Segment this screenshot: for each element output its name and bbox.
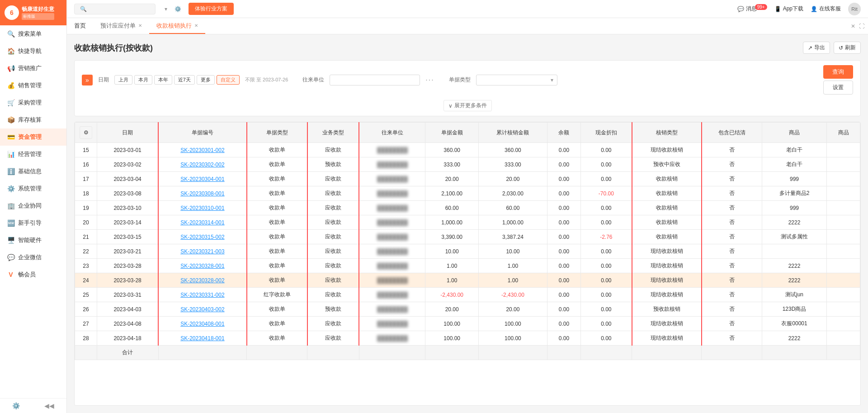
order-link[interactable]: SK-20230315-002 bbox=[180, 234, 224, 240]
close-window-icon[interactable]: ✕ bbox=[851, 23, 855, 29]
sidebar-item-hardware[interactable]: 🖥️ 智能硬件 bbox=[0, 232, 66, 249]
sidebar-item-search[interactable]: 🔍 搜索菜单 bbox=[0, 25, 66, 43]
messages-button[interactable]: 💬 消息 99+ bbox=[737, 5, 767, 13]
col-biz-type-header: 业务类型 bbox=[307, 123, 359, 143]
order-link[interactable]: SK-20230328-001 bbox=[180, 263, 224, 269]
topbar-search[interactable]: 🔍 bbox=[74, 4, 156, 14]
refresh-icon: ↺ bbox=[839, 45, 843, 51]
date-btn-more[interactable]: 更多 bbox=[197, 75, 215, 85]
sidebar-item-guide[interactable]: 🆕 新手引导 bbox=[0, 214, 66, 232]
sidebar-item-operations[interactable]: 📊 经营管理 bbox=[0, 146, 66, 163]
table-row: 222023-03-21SK-20230321-003收款单应收款███████… bbox=[75, 244, 860, 259]
col-settings-header[interactable]: ⚙ bbox=[75, 123, 97, 143]
cell-order-no[interactable]: SK-20230314-001 bbox=[158, 215, 246, 230]
sidebar-item-vip[interactable]: V 畅会员 bbox=[0, 266, 66, 283]
settings-bottom-icon[interactable]: ⚙️ bbox=[12, 402, 20, 409]
message-icon: 💬 bbox=[737, 6, 744, 12]
cell-order-no[interactable]: SK-20230302-002 bbox=[158, 157, 246, 172]
sidebar-item-system[interactable]: ⚙️ 系统管理 bbox=[0, 180, 66, 197]
cell-order-no[interactable]: SK-20230301-002 bbox=[158, 143, 246, 157]
tab-prepayments-close[interactable]: ✕ bbox=[138, 23, 142, 28]
cell-discount: 0.00 bbox=[580, 259, 632, 273]
cell-order-no[interactable]: SK-20230321-003 bbox=[158, 244, 246, 259]
sidebar-item-inventory[interactable]: 📦 库存核算 bbox=[0, 111, 66, 128]
tab-home[interactable]: 首页 bbox=[67, 18, 93, 34]
order-link[interactable]: SK-20230301-002 bbox=[180, 147, 224, 153]
gear-settings-icon[interactable]: ⚙️ bbox=[175, 6, 181, 12]
order-link[interactable]: SK-20230314-001 bbox=[180, 219, 224, 226]
sidebar-item-marketing[interactable]: 📢 营销推广 bbox=[0, 60, 66, 77]
tab-receipts-close[interactable]: ✕ bbox=[194, 23, 198, 28]
cell-order-no[interactable]: SK-20230315-002 bbox=[158, 230, 246, 244]
cell-order-no[interactable]: SK-20230403-002 bbox=[158, 302, 246, 317]
sidebar-item-finance[interactable]: 💳 资金管理 bbox=[0, 128, 66, 146]
cell-order-no[interactable]: SK-20230331-002 bbox=[158, 288, 246, 302]
col-settings-icon[interactable]: ⚙ bbox=[80, 126, 92, 139]
filter-expand-left-icon[interactable]: » bbox=[82, 75, 93, 85]
maximize-icon[interactable]: ⛶ bbox=[859, 23, 864, 29]
cell-balance: 0.00 bbox=[547, 317, 581, 331]
cell-product: 衣服00001 bbox=[762, 317, 827, 331]
cell-product-img bbox=[827, 244, 860, 259]
order-link[interactable]: SK-20230331-002 bbox=[180, 292, 224, 298]
expand-more-button[interactable]: ∨ 展开更多条件 bbox=[443, 100, 492, 111]
sidebar-item-wechat[interactable]: 💬 企业微信 bbox=[0, 249, 66, 266]
topbar-dropdown[interactable]: ▾ bbox=[163, 6, 167, 12]
table-footer-row: 合计 bbox=[75, 346, 860, 360]
cell-balance: 0.00 bbox=[547, 230, 581, 244]
footer-cell-9 bbox=[580, 346, 632, 360]
footer-cell-12 bbox=[762, 346, 827, 360]
order-link[interactable]: SK-20230328-002 bbox=[180, 277, 224, 284]
sidebar-item-purchase[interactable]: 🛒 采购管理 bbox=[0, 94, 66, 111]
order-link[interactable]: SK-20230408-001 bbox=[180, 321, 224, 327]
order-link[interactable]: SK-20230310-001 bbox=[180, 205, 224, 211]
collapse-icon[interactable]: ◀◀ bbox=[44, 402, 54, 409]
export-button[interactable]: ↗ 导出 bbox=[803, 42, 830, 54]
cell-order-no[interactable]: SK-20230310-001 bbox=[158, 201, 246, 215]
sidebar-item-quicknav[interactable]: 🏠 快捷导航 bbox=[0, 43, 66, 60]
cell-product-img bbox=[827, 259, 860, 273]
cell-product-img bbox=[827, 302, 860, 317]
order-link[interactable]: SK-20230418-001 bbox=[180, 335, 224, 342]
sidebar-item-enterprise[interactable]: 🏢 企业协同 bbox=[0, 197, 66, 214]
cell-order-no[interactable]: SK-20230408-001 bbox=[158, 317, 246, 331]
tab-receipts[interactable]: 收款核销执行 ✕ bbox=[149, 18, 205, 34]
cell-date: 2023-03-01 bbox=[97, 143, 159, 157]
cell-order-no[interactable]: SK-20230304-001 bbox=[158, 172, 246, 186]
sidebar-item-basic[interactable]: ℹ️ 基础信息 bbox=[0, 163, 66, 180]
cell-balance: 0.00 bbox=[547, 201, 581, 215]
query-button[interactable]: 查询 bbox=[823, 65, 853, 79]
date-btn-this-year[interactable]: 本年 bbox=[154, 75, 172, 85]
online-service-button[interactable]: 👤 在线客服 bbox=[811, 5, 841, 13]
cell-order-no[interactable]: SK-20230418-001 bbox=[158, 331, 246, 346]
cell-product: 2222 bbox=[762, 331, 827, 346]
filter-settings-button[interactable]: 设置 bbox=[823, 81, 853, 95]
sidebar-item-sales[interactable]: 💰 销售管理 bbox=[0, 77, 66, 94]
voucher-type-select[interactable]: ▾ bbox=[476, 75, 557, 85]
cell-order-no[interactable]: SK-20230328-001 bbox=[158, 259, 246, 273]
cell-verify-type: 预收款核销 bbox=[632, 302, 702, 317]
cell-product: 2222 bbox=[762, 273, 827, 288]
date-btn-last-month[interactable]: 上月 bbox=[114, 75, 132, 85]
date-btn-this-month[interactable]: 本月 bbox=[134, 75, 152, 85]
cell-biz-type: 预收款 bbox=[307, 302, 359, 317]
partner-input[interactable] bbox=[330, 75, 420, 85]
footer-cell-4 bbox=[307, 346, 359, 360]
order-link[interactable]: SK-20230302-002 bbox=[180, 161, 224, 168]
order-link[interactable]: SK-20230403-002 bbox=[180, 306, 224, 313]
refresh-button[interactable]: ↺ 刷新 bbox=[834, 42, 861, 54]
cell-date: 2023-03-04 bbox=[97, 172, 159, 186]
app-download-button[interactable]: 📱 App下载 bbox=[774, 5, 803, 13]
cell-order-no[interactable]: SK-20230308-001 bbox=[158, 186, 246, 201]
footer-cell-11 bbox=[702, 346, 762, 360]
industry-solution-button[interactable]: 体验行业方案 bbox=[189, 3, 234, 15]
order-link[interactable]: SK-20230321-003 bbox=[180, 248, 224, 255]
order-link[interactable]: SK-20230304-001 bbox=[180, 176, 224, 182]
user-avatar[interactable]: Rit bbox=[848, 3, 861, 15]
tab-prepayments[interactable]: 预计应应付单 ✕ bbox=[93, 18, 149, 34]
cell-order-no[interactable]: SK-20230328-002 bbox=[158, 273, 246, 288]
date-btn-custom[interactable]: 自定义 bbox=[217, 75, 240, 85]
order-link[interactable]: SK-20230308-001 bbox=[180, 190, 224, 197]
more-filters-dots[interactable]: ··· bbox=[425, 76, 434, 84]
date-btn-7days[interactable]: 近7天 bbox=[174, 75, 195, 85]
